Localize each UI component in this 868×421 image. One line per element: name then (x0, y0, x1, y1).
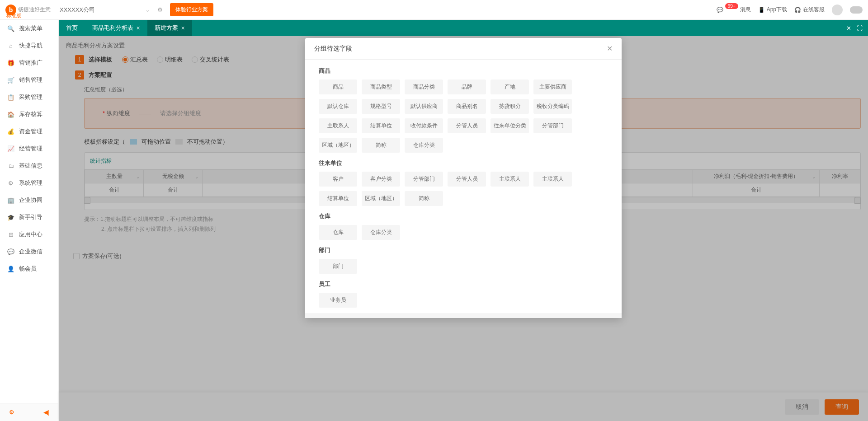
sidebar-icon: 🛒 (7, 76, 14, 84)
settings-icon[interactable]: ⚙ (9, 409, 14, 416)
company-select[interactable]: XXXXXX公司 ⌄ (60, 6, 150, 14)
field-chip[interactable]: 主联系人 (533, 172, 572, 187)
field-chip[interactable]: 主要供应商 (533, 80, 572, 94)
sidebar-item-9[interactable]: ⚙系统管理 (0, 174, 58, 192)
sidebar-item-5[interactable]: 🏠库存核算 (0, 106, 58, 123)
close-icon[interactable]: ✕ (181, 25, 185, 31)
close-icon[interactable]: ✕ (136, 25, 140, 31)
sidebar-label: 快捷导航 (19, 42, 42, 50)
sidebar-item-2[interactable]: 🎁营销推广 (0, 54, 58, 71)
field-chip[interactable]: 主联系人 (491, 172, 529, 187)
sidebar-icon: 💰 (7, 128, 14, 135)
edition-label: 标准版 (6, 12, 21, 19)
field-chip[interactable]: 规格型号 (362, 99, 400, 114)
field-chip[interactable]: 分管部门 (533, 118, 572, 133)
sidebar-item-4[interactable]: 📋采购管理 (0, 89, 58, 106)
field-chip[interactable]: 业务员 (319, 293, 357, 308)
field-chip[interactable]: 仓库分类 (405, 138, 443, 153)
modal-header: 分组待选字段 ✕ (305, 38, 622, 60)
sidebar-icon: ⊞ (7, 231, 14, 238)
close-all-icon[interactable]: ✕ (846, 25, 851, 32)
sidebar-icon: 📈 (7, 145, 14, 152)
tab-new-plan[interactable]: 新建方案 ✕ (147, 20, 192, 36)
field-chip[interactable]: 客户分类 (362, 172, 400, 187)
sidebar-icon: 📋 (7, 94, 14, 101)
sidebar-item-10[interactable]: 🏢企业协同 (0, 192, 58, 209)
app-download-link[interactable]: 📱 App下载 (758, 6, 787, 14)
modal-body: 商品商品商品类型商品分类品牌产地主要供应商默认仓库规格型号默认供应商商品别名拣货… (305, 60, 622, 313)
sidebar-icon: 🎁 (7, 59, 14, 66)
tab-analysis[interactable]: 商品毛利分析表 ✕ (85, 20, 147, 36)
avatar[interactable] (832, 5, 843, 15)
collapse-icon[interactable]: ◀| (43, 409, 49, 416)
messages-link[interactable]: 💬 99+ 消息 (717, 6, 751, 14)
field-chip[interactable]: 区域（地区） (362, 191, 400, 206)
close-icon[interactable]: ✕ (607, 44, 613, 53)
headset-icon: 🎧 (794, 7, 801, 13)
field-chip[interactable]: 简称 (362, 138, 400, 153)
fullscreen-icon[interactable]: ⛶ (857, 25, 863, 32)
sidebar-item-3[interactable]: 🛒销售管理 (0, 71, 58, 89)
sidebar-item-11[interactable]: 🎓新手引导 (0, 209, 58, 226)
sidebar-item-0[interactable]: 🔍搜索菜单 (0, 20, 58, 37)
online-service-link[interactable]: 🎧 在线客服 (794, 6, 825, 14)
gear-icon[interactable]: ⚙ (157, 6, 163, 13)
field-select-modal: 分组待选字段 ✕ 商品商品商品类型商品分类品牌产地主要供应商默认仓库规格型号默认… (305, 38, 622, 318)
sidebar-bottom: ⚙ ◀| (0, 403, 58, 421)
field-chip[interactable]: 部门 (319, 259, 357, 274)
theme-toggle[interactable] (850, 6, 863, 14)
field-chip[interactable]: 仓库分类 (362, 225, 400, 240)
field-chip[interactable]: 商品 (319, 80, 357, 94)
field-chip[interactable]: 主联系人 (319, 118, 357, 133)
sidebar-item-13[interactable]: 💬企业微信 (0, 243, 58, 260)
field-chip[interactable]: 商品别名 (448, 99, 486, 114)
sidebar-label: 企业协同 (19, 196, 42, 204)
logo-text: 畅捷通好生意 (18, 6, 51, 14)
tab-home[interactable]: 首页 (59, 20, 85, 36)
main: 首页 商品毛利分析表 ✕ 新建方案 ✕ ✕ ⛶ 商品毛利分析方案设置 1 选择模… (59, 20, 868, 421)
field-chip[interactable]: 往来单位分类 (491, 118, 529, 133)
top-header: b 畅捷通好生意 标准版 XXXXXX公司 ⌄ ⚙ 体验行业方案 💬 99+ 消… (0, 0, 868, 20)
field-chip[interactable]: 拣货积分 (491, 99, 529, 114)
field-chip[interactable]: 简称 (405, 191, 443, 206)
field-chip[interactable]: 品牌 (448, 80, 486, 94)
modal-overlay[interactable]: 分组待选字段 ✕ 商品商品商品类型商品分类品牌产地主要供应商默认仓库规格型号默认… (59, 36, 868, 421)
field-chip[interactable]: 税收分类编码 (533, 99, 572, 114)
field-chip[interactable]: 区域（地区） (319, 138, 357, 153)
field-chip[interactable]: 商品分类 (405, 80, 443, 94)
sidebar-icon: 🏠 (7, 111, 14, 118)
modal-title: 分组待选字段 (314, 45, 352, 53)
sidebar-item-14[interactable]: 👤畅会员 (0, 260, 58, 277)
message-badge: 99+ (725, 3, 738, 9)
sidebar-label: 采购管理 (19, 93, 42, 101)
field-chip[interactable]: 分管人员 (448, 172, 486, 187)
sidebar-item-12[interactable]: ⊞应用中心 (0, 226, 58, 243)
field-chip[interactable]: 仓库 (319, 225, 357, 240)
field-group-title: 往来单位 (319, 159, 608, 167)
field-chip[interactable]: 客户 (319, 172, 357, 187)
trial-button[interactable]: 体验行业方案 (170, 3, 213, 16)
field-chip[interactable]: 商品类型 (362, 80, 400, 94)
sidebar-label: 营销推广 (19, 59, 42, 67)
sidebar-icon: 💬 (7, 248, 14, 255)
field-chip[interactable]: 产地 (491, 80, 529, 94)
field-chip[interactable]: 默认供应商 (405, 99, 443, 114)
sidebar-label: 搜索菜单 (19, 24, 42, 33)
field-chip[interactable]: 结算单位 (319, 191, 357, 206)
field-chip[interactable]: 默认仓库 (319, 99, 357, 114)
sidebar-item-6[interactable]: 💰资金管理 (0, 123, 58, 140)
sidebar-item-1[interactable]: ⌂快捷导航 (0, 37, 58, 54)
field-chip[interactable]: 分管人员 (448, 118, 486, 133)
field-chip[interactable]: 分管部门 (405, 172, 443, 187)
modal-h-scroll[interactable] (305, 313, 622, 318)
sidebar-icon: 👤 (7, 265, 14, 272)
field-chip[interactable]: 结算单位 (362, 118, 400, 133)
field-group-title: 员工 (319, 280, 608, 288)
sidebar-icon: ⚙ (7, 179, 14, 187)
sidebar-icon: 🏢 (7, 196, 14, 204)
sidebar-item-7[interactable]: 📈经营管理 (0, 140, 58, 157)
sidebar-label: 企业微信 (19, 248, 42, 256)
field-group-title: 商品 (319, 67, 608, 75)
sidebar-item-8[interactable]: 🗂基础信息 (0, 157, 58, 174)
field-chip[interactable]: 收付款条件 (405, 118, 443, 133)
